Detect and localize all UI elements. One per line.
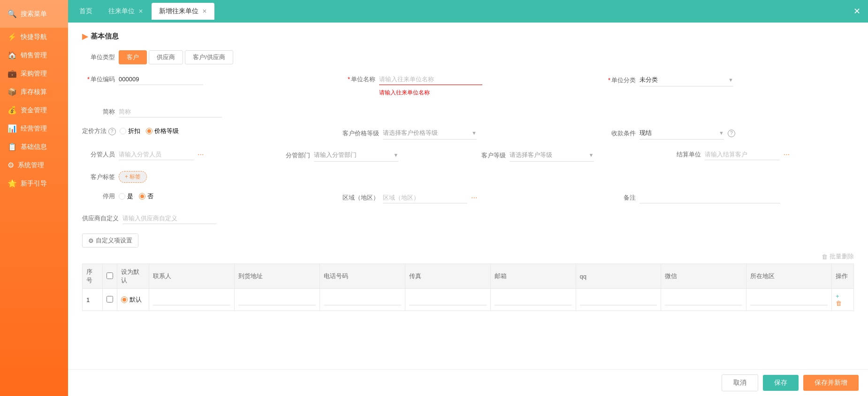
- department-dropdown[interactable]: 请输入分管部门 ▼: [314, 149, 398, 162]
- settlement-unit-more[interactable]: ···: [784, 150, 790, 159]
- unit-btn-both[interactable]: 客户/供应商: [185, 50, 233, 64]
- wechat-input[interactable]: [665, 294, 742, 305]
- cell-address[interactable]: [235, 289, 320, 311]
- sidebar-item-purchase[interactable]: 💼 采购管理: [0, 64, 68, 83]
- cell-phone[interactable]: [320, 289, 405, 311]
- remarks-field: 备注: [603, 192, 854, 203]
- tab-counterparty[interactable]: 往来单位 ✕: [101, 3, 151, 20]
- save-button[interactable]: 保存: [763, 375, 799, 391]
- batch-delete-area: 🗑 批量删除: [82, 252, 854, 261]
- default-radio-circle: [121, 296, 128, 303]
- tab-home[interactable]: 首页: [72, 3, 100, 20]
- customer-tag-label: 客户标签: [82, 173, 115, 181]
- fax-input[interactable]: [409, 294, 487, 305]
- tab-new-counterparty[interactable]: 新增往来单位 ✕: [152, 3, 214, 20]
- custom-settings-button[interactable]: ⚙ 自定义项设置: [82, 233, 138, 248]
- unit-name-error: 请输入往来单位名称: [379, 89, 430, 96]
- sidebar-item-management[interactable]: 📊 经营管理: [0, 119, 68, 138]
- payment-terms-dropdown[interactable]: 现结 ▼: [640, 127, 724, 140]
- sidebar-item-guide[interactable]: 🌟 新手引导: [0, 174, 68, 193]
- short-name-input[interactable]: [119, 106, 222, 117]
- sidebar-label-sales: 销售管理: [21, 51, 47, 60]
- payment-terms-help[interactable]: ?: [728, 130, 735, 137]
- radio-disabled-no[interactable]: 否: [139, 192, 153, 201]
- sidebar-label-guide: 新手引导: [21, 179, 47, 188]
- form-content: ▶ 基本信息 单位类型 客户 供应商 客户/供应商 *单位编码 *单位: [68, 23, 868, 369]
- unit-type-field: 单位类型 客户 供应商 客户/供应商: [82, 50, 854, 64]
- cell-contact[interactable]: [149, 289, 235, 311]
- settlement-unit-input[interactable]: [705, 149, 780, 160]
- sidebar-item-inventory[interactable]: 📦 库存核算: [0, 83, 68, 101]
- sidebar-item-sales[interactable]: 🏠 销售管理: [0, 46, 68, 64]
- manager-more[interactable]: ···: [198, 150, 204, 159]
- customer-level-dropdown[interactable]: 请选择客户等级 ▼: [510, 149, 594, 162]
- default-radio[interactable]: 默认: [121, 295, 145, 304]
- footer: 取消 保存 保存并新增: [68, 369, 868, 396]
- qq-input[interactable]: [580, 294, 657, 305]
- sidebar-label-management: 经营管理: [21, 124, 47, 133]
- code-name-category-row: *单位编码 *单位名称 请输入往来单位名称 *单位分类 未分类 ▼: [82, 74, 854, 97]
- table-row: 1 默认: [83, 289, 854, 311]
- cell-qq[interactable]: [576, 289, 661, 311]
- unit-btn-supplier[interactable]: 供应商: [149, 50, 183, 64]
- cell-wechat[interactable]: [661, 289, 746, 311]
- unit-name-field: *单位名称 请输入往来单位名称: [343, 74, 594, 97]
- customer-price-level-dropdown[interactable]: 请选择客户价格等级 ▼: [383, 127, 477, 140]
- address-input[interactable]: [238, 294, 316, 305]
- add-row-button[interactable]: +: [836, 293, 839, 300]
- sidebar-item-finance[interactable]: 💰 资金管理: [0, 101, 68, 119]
- unit-category-dropdown[interactable]: 未分类 ▼: [640, 74, 733, 86]
- customer-level-label: 客户等级: [473, 151, 506, 160]
- unit-name-input[interactable]: [379, 74, 482, 85]
- batch-delete-label[interactable]: 批量删除: [830, 252, 854, 261]
- select-all-checkbox[interactable]: [107, 272, 113, 279]
- sidebar-item-system[interactable]: ⚙ 系统管理: [0, 156, 68, 174]
- radio-discount[interactable]: 折扣: [120, 127, 140, 135]
- supplier-custom-input[interactable]: [122, 213, 216, 224]
- customer-price-level-placeholder: 请选择客户价格等级: [383, 129, 470, 137]
- save-new-button[interactable]: 保存并新增: [803, 375, 859, 391]
- add-tag-button[interactable]: + 标签: [119, 171, 147, 183]
- unit-code-input[interactable]: [119, 74, 203, 85]
- phone-input[interactable]: [324, 294, 401, 305]
- tab-counterparty-close[interactable]: ✕: [138, 8, 143, 15]
- sidebar-item-search[interactable]: 🔍 搜索菜单: [0, 5, 68, 23]
- cell-index: 1: [83, 289, 103, 311]
- contact-input[interactable]: [153, 294, 230, 305]
- radio-price-level-label: 价格等级: [154, 127, 179, 135]
- region-input[interactable]: [383, 192, 467, 203]
- sidebar-label-finance: 资金管理: [21, 106, 47, 115]
- remarks-input[interactable]: [640, 192, 780, 203]
- region-more[interactable]: ···: [471, 194, 477, 202]
- sales-icon: 🏠: [8, 51, 17, 60]
- settings-icon: ⚙: [88, 237, 94, 244]
- col-action: 操作: [832, 264, 854, 289]
- tab-new-counterparty-close[interactable]: ✕: [202, 8, 207, 15]
- radio-disabled-yes[interactable]: 是: [119, 192, 133, 201]
- cancel-button[interactable]: 取消: [722, 374, 758, 391]
- cell-fax[interactable]: [405, 289, 490, 311]
- window-close-button[interactable]: ✕: [850, 4, 864, 18]
- region-label: 区域（地区）: [343, 194, 379, 202]
- cell-email[interactable]: [490, 289, 576, 311]
- supplier-custom-label: 供应商自定义: [82, 214, 119, 223]
- row-checkbox[interactable]: [107, 296, 113, 303]
- system-icon: ⚙: [8, 161, 14, 170]
- sidebar-search[interactable]: 🔍 搜索菜单: [0, 0, 68, 28]
- tab-bar: 首页 往来单位 ✕ 新增往来单位 ✕ ✕: [68, 0, 868, 23]
- email-input[interactable]: [495, 294, 572, 305]
- cell-area[interactable]: [746, 289, 832, 311]
- delete-row-button[interactable]: 🗑: [836, 300, 842, 307]
- manager-input[interactable]: [119, 149, 194, 160]
- short-name-label: 简称: [82, 108, 115, 116]
- manager-label: 分管人员: [82, 150, 115, 159]
- batch-delete-icon: 🗑: [822, 253, 828, 260]
- sidebar-item-basic-info[interactable]: 📋 基础信息: [0, 138, 68, 156]
- pricing-method-help[interactable]: ?: [108, 128, 116, 135]
- radio-price-level[interactable]: 价格等级: [146, 127, 179, 135]
- sidebar-item-quick-nav[interactable]: ⚡ 快捷导航: [0, 28, 68, 46]
- area-input[interactable]: [750, 294, 828, 305]
- tab-home-label: 首页: [79, 7, 92, 16]
- sidebar-label-purchase: 采购管理: [21, 70, 47, 78]
- unit-btn-customer[interactable]: 客户: [119, 50, 147, 64]
